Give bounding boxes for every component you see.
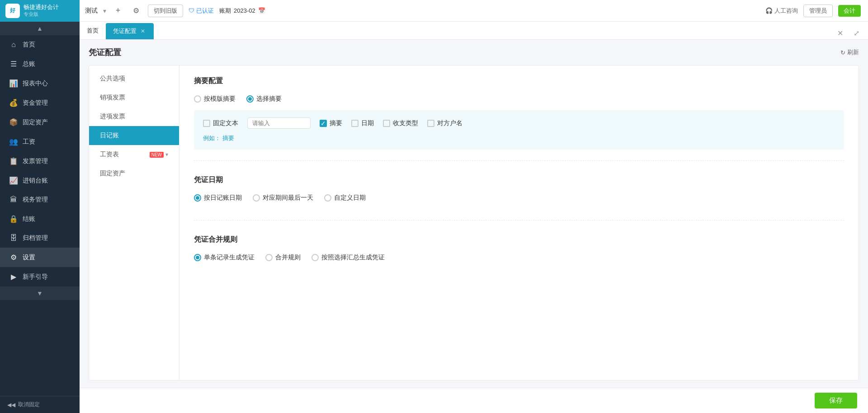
nav-item-public[interactable]: 公共选项: [89, 69, 179, 88]
checkbox-fixed-text[interactable]: 固定文本: [203, 119, 238, 127]
checkbox-pay-type[interactable]: 收支类型: [383, 119, 418, 127]
top-header: 好 畅捷通好会计 专业版 测试 ▾ + ⚙ 切到旧版 🛡 已认证 账期 2023…: [0, 0, 868, 22]
checkbox-counterpart-box: [427, 120, 434, 127]
nav-item-fixed-asset[interactable]: 固定资产: [89, 164, 179, 183]
sidebar-item-checkout[interactable]: 🔒 结账: [0, 209, 80, 229]
guide-icon: ▶: [9, 272, 18, 281]
tab-voucher-label: 凭证配置: [113, 27, 137, 35]
sidebar-item-salary[interactable]: 👥 工资: [0, 132, 80, 151]
radio-single[interactable]: 单条记录生成凭证: [194, 253, 255, 262]
radio-select-merge-circle: [311, 254, 319, 261]
shield-icon: 🛡: [189, 7, 194, 14]
summary-section: 摘要配置 按模版摘要 选择摘要: [194, 76, 844, 161]
merge-title: 凭证合并规则: [194, 235, 844, 244]
add-button[interactable]: +: [112, 5, 124, 17]
tax-icon: 🏛: [9, 196, 18, 204]
radio-period-last[interactable]: 对应期间最后一天: [253, 194, 313, 202]
sidebar-item-home[interactable]: ⌂ 首页: [0, 35, 80, 54]
sidebar-item-label: 总账: [23, 60, 35, 68]
calendar-icon[interactable]: 📅: [258, 7, 265, 14]
radio-custom-date[interactable]: 自定义日期: [324, 194, 366, 202]
main-layout: ▲ ⌂ 首页 ☰ 总账 📊 报表中心 💰 资金管理 📦 固定资产 👥 工资 📋 …: [0, 22, 868, 413]
sidebar-item-capital[interactable]: 💰 资金管理: [0, 93, 80, 113]
sidebar-item-ledger[interactable]: ☰ 总账: [0, 54, 80, 74]
consult-button[interactable]: 🎧 人工咨询: [765, 7, 798, 15]
app-logo: 好 畅捷通好会计 专业版: [0, 0, 80, 22]
refresh-button[interactable]: ↻ 刷新: [840, 48, 859, 56]
radio-diary-date[interactable]: 按日记账日期: [194, 194, 242, 202]
sidebar-item-guide[interactable]: ▶ 新手引导: [0, 267, 80, 286]
save-button[interactable]: 保存: [815, 393, 857, 408]
sidebar-item-label: 资金管理: [23, 99, 48, 107]
checkbox-date-box: [351, 120, 359, 127]
sidebar-item-archive[interactable]: 🗄 归档管理: [0, 229, 80, 248]
asset-icon: 📦: [9, 118, 18, 127]
sidebar-item-label: 税务管理: [23, 196, 48, 204]
radio-select-merge[interactable]: 按照选择汇总生成凭证: [311, 253, 385, 262]
tab-bar-actions: ✕ ⤢: [834, 27, 868, 39]
certified-status: 🛡 已认证: [189, 7, 214, 15]
refresh-icon: ↻: [840, 49, 845, 56]
radio-merge-rule-circle: [265, 254, 273, 261]
radio-period-last-circle: [253, 194, 260, 202]
tab-voucher-config[interactable]: 凭证配置 ✕: [106, 23, 154, 39]
right-content: 摘要配置 按模版摘要 选择摘要: [179, 66, 859, 380]
sidebar-item-label: 首页: [23, 41, 35, 49]
sidebar-item-label: 固定资产: [23, 118, 48, 127]
invoice-icon: 📋: [9, 157, 18, 165]
page-title-bar: 凭证配置 ↻ 刷新: [89, 47, 859, 58]
logo-icon: 好: [5, 4, 20, 18]
nav-item-purchase[interactable]: 进项发票: [89, 107, 179, 126]
settings-gear-icon[interactable]: ⚙: [130, 5, 142, 17]
sidebar-item-report[interactable]: 📊 报表中心: [0, 74, 80, 93]
sidebar-item-label: 工资: [23, 138, 35, 146]
tab-home-label: 首页: [87, 27, 99, 35]
merge-section: 凭证合并规则 单条记录生成凭证 合并规则: [194, 235, 844, 280]
checkbox-counterpart[interactable]: 对方户名: [427, 119, 462, 127]
scroll-up-button[interactable]: ▲: [0, 22, 80, 35]
capital-icon: 💰: [9, 99, 18, 107]
radio-select-circle: [246, 95, 254, 103]
sidebar-item-settings[interactable]: ⚙ 设置: [0, 248, 80, 267]
radio-select[interactable]: 选择摘要: [246, 95, 282, 103]
chevron-down-icon[interactable]: ▾: [103, 7, 106, 14]
settings-icon: ⚙: [9, 253, 18, 262]
date-radio-group: 按日记账日期 对应期间最后一天 自定义日期: [194, 194, 844, 202]
content-area: 首页 凭证配置 ✕ ✕ ⤢ 凭证配置 ↻ 刷新: [80, 22, 868, 413]
nav-item-diary[interactable]: 日记账: [89, 126, 179, 145]
sidebar: ▲ ⌂ 首页 ☰ 总账 📊 报表中心 💰 资金管理 📦 固定资产 👥 工资 📋 …: [0, 22, 80, 413]
nav-item-payroll[interactable]: 工资表 NEW ▾: [89, 145, 179, 164]
radio-template[interactable]: 按模版摘要: [194, 95, 236, 103]
scroll-down-button[interactable]: ▼: [0, 286, 80, 300]
sidebar-item-label: 进销台账: [23, 177, 48, 185]
checkbox-summary[interactable]: ✓ 摘要: [320, 119, 342, 127]
switch-old-version-button[interactable]: 切到旧版: [148, 5, 183, 17]
radio-diary-date-circle: [194, 194, 201, 202]
accountant-button[interactable]: 会计: [838, 5, 861, 17]
new-badge: NEW: [150, 152, 164, 158]
cancel-fixed-button[interactable]: ◀◀ 取消固定: [0, 396, 80, 413]
sidebar-item-invoice[interactable]: 📋 发票管理: [0, 151, 80, 171]
close-tab-button[interactable]: ✕: [834, 27, 846, 39]
sidebar-item-trade[interactable]: 📈 进销台账: [0, 171, 80, 190]
close-icon[interactable]: ✕: [139, 28, 146, 35]
sidebar-item-tax[interactable]: 🏛 税务管理: [0, 190, 80, 209]
nav-item-sales[interactable]: 销项发票: [89, 88, 179, 107]
summary-config-box: 固定文本 ✓ 摘要 日期: [194, 110, 844, 150]
chevron-icon: ▾: [165, 151, 168, 158]
date-title: 凭证日期: [194, 175, 844, 185]
manager-button[interactable]: 管理员: [803, 5, 833, 17]
radio-template-circle: [194, 95, 201, 103]
sidebar-item-label: 新手引导: [23, 273, 48, 281]
checkout-icon: 🔒: [9, 215, 18, 223]
fixed-text-input[interactable]: [247, 117, 311, 129]
save-btn-bar: 保存: [80, 388, 868, 413]
page-title: 凭证配置: [89, 47, 121, 58]
expand-button[interactable]: ⤢: [850, 27, 863, 39]
tab-home[interactable]: 首页: [80, 23, 106, 39]
radio-merge-rule[interactable]: 合并规则: [265, 253, 301, 262]
sidebar-item-label: 结账: [23, 215, 35, 223]
sidebar-item-asset[interactable]: 📦 固定资产: [0, 113, 80, 132]
archive-icon: 🗄: [9, 234, 18, 242]
checkbox-date[interactable]: 日期: [351, 119, 374, 127]
